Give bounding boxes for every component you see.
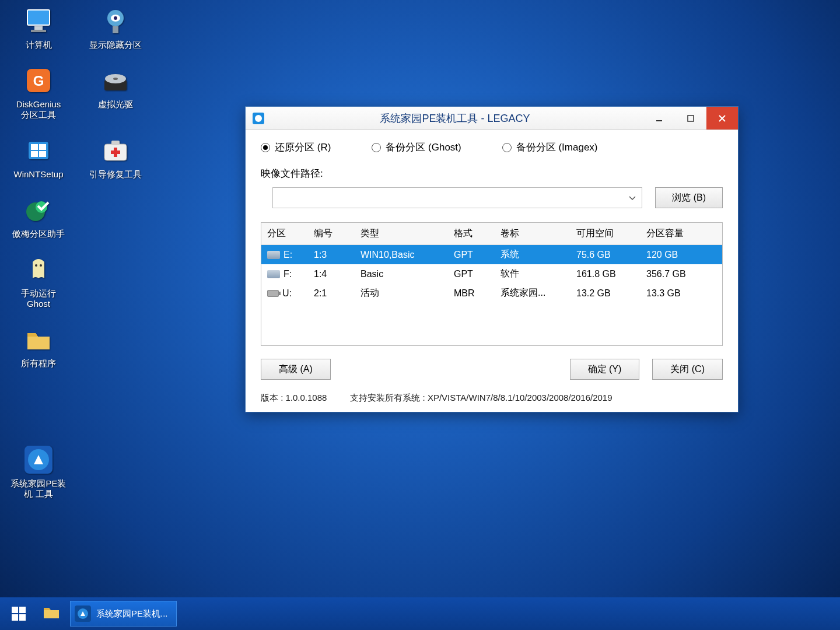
btn-label: 确定 (Y) <box>588 363 622 376</box>
btn-label: 高级 (A) <box>279 363 313 376</box>
icon-label: 显示隐藏分区 <box>89 40 142 50</box>
radio-label: 还原分区 (R) <box>275 141 331 154</box>
svg-point-23 <box>35 264 37 267</box>
cdrom-icon <box>99 64 132 97</box>
minimize-button[interactable] <box>643 107 675 130</box>
col-volume[interactable]: 卷标 <box>495 223 570 245</box>
desktop-icon-diskgenius[interactable]: G DiskGenius 分区工具 <box>7 64 70 120</box>
col-capacity[interactable]: 分区容量 <box>640 223 722 245</box>
aomei-icon <box>22 194 55 226</box>
svg-point-5 <box>114 16 117 20</box>
desktop-icon-bootrepair[interactable]: 引导修复工具 <box>84 134 147 180</box>
taskbar: 系统家园PE装机... <box>0 597 840 630</box>
ok-button[interactable]: 确定 (Y) <box>570 359 640 380</box>
svg-rect-0 <box>27 10 50 25</box>
svg-rect-20 <box>111 150 120 154</box>
desktop-icon-winntsetup[interactable]: WinNTSetup <box>7 134 70 180</box>
maximize-button[interactable] <box>675 107 706 130</box>
svg-point-28 <box>255 115 262 122</box>
icon-label: 计算机 <box>26 40 52 50</box>
svg-rect-14 <box>39 144 46 150</box>
chevron-down-icon <box>629 192 636 203</box>
col-number[interactable]: 编号 <box>308 223 355 245</box>
icon-label: 系统家园PE装 机 工具 <box>10 478 66 499</box>
svg-rect-6 <box>113 26 118 33</box>
partition-row[interactable]: F:1:4BasicGPT软件161.8 GB356.7 GB <box>261 264 722 284</box>
radio-backup-imagex[interactable]: 备份分区 (Imagex) <box>502 141 598 154</box>
desktop-icon-computer[interactable]: 计算机 <box>7 5 70 50</box>
col-free[interactable]: 可用空间 <box>570 223 640 245</box>
usb-drive-icon <box>267 290 279 297</box>
col-format[interactable]: 格式 <box>448 223 495 245</box>
svg-rect-13 <box>31 144 38 150</box>
hard-drive-icon <box>267 270 280 278</box>
pe-installer-window: 系统家园PE装机工具 - LEGACY 还原分区 (R) 备份分区 (Ghost… <box>245 106 738 412</box>
icon-label: 虚拟光驱 <box>98 99 133 110</box>
taskbar-explorer-button[interactable] <box>36 601 66 626</box>
folder-icon <box>22 323 55 356</box>
icon-label: DiskGenius 分区工具 <box>16 99 61 120</box>
desktop-icon-ghost[interactable]: 手动运行 Ghost <box>7 253 70 309</box>
diskgenius-icon: G <box>22 64 55 97</box>
icon-label: 手动运行 Ghost <box>21 288 56 309</box>
advanced-button[interactable]: 高级 (A) <box>261 359 331 380</box>
svg-rect-2 <box>31 30 46 32</box>
svg-point-24 <box>40 264 42 267</box>
close-action-button[interactable]: 关闭 (C) <box>652 359 723 380</box>
pe-installer-icon <box>74 605 92 622</box>
desktop-icon-pe-installer[interactable]: 系统家园PE装 机 工具 <box>7 443 70 499</box>
radio-backup-ghost[interactable]: 备份分区 (Ghost) <box>372 141 461 154</box>
windows-logo-icon <box>10 606 27 622</box>
partition-row[interactable]: U:2:1活动MBR系统家园...13.2 GB13.3 GB <box>261 284 722 303</box>
svg-rect-36 <box>19 614 26 621</box>
first-aid-icon <box>99 134 132 167</box>
computer-icon <box>22 5 55 37</box>
mode-radio-group: 还原分区 (R) 备份分区 (Ghost) 备份分区 (Imagex) <box>261 141 723 154</box>
radio-restore-partition[interactable]: 还原分区 (R) <box>261 141 331 154</box>
svg-rect-30 <box>688 116 694 121</box>
radio-dot-icon <box>261 143 270 152</box>
version-label: 版本 : 1.0.0.1088 <box>261 393 327 404</box>
hard-drive-icon <box>267 251 280 259</box>
ghost-icon <box>22 253 55 286</box>
close-button[interactable] <box>706 107 738 130</box>
icon-label: 所有程序 <box>21 358 56 369</box>
svg-rect-16 <box>39 151 46 157</box>
start-button[interactable] <box>5 601 33 626</box>
icon-label: 傲梅分区助手 <box>12 229 65 239</box>
col-type[interactable]: 类型 <box>355 223 448 245</box>
partition-table: 分区 编号 类型 格式 卷标 可用空间 分区容量 E:1:3WIN10,Basi… <box>261 222 723 346</box>
svg-rect-33 <box>12 607 18 613</box>
taskbar-app-pe-installer[interactable]: 系统家园PE装机... <box>70 601 177 626</box>
svg-rect-18 <box>111 141 120 145</box>
desktop-icons: 计算机 显示隐藏分区 G DiskGenius 分区工具 虚拟光驱 <box>7 5 159 369</box>
col-partition[interactable]: 分区 <box>261 223 308 245</box>
btn-label: 关闭 (C) <box>670 363 705 376</box>
radio-label: 备份分区 (Imagex) <box>516 141 598 154</box>
radio-dot-icon <box>372 143 381 152</box>
app-icon <box>250 110 267 127</box>
svg-rect-35 <box>12 614 18 621</box>
radio-dot-icon <box>502 143 512 152</box>
icon-label: WinNTSetup <box>13 169 63 180</box>
taskbar-app-label: 系统家园PE装机... <box>96 608 168 620</box>
desktop-icon-aomei[interactable]: 傲梅分区助手 <box>7 194 70 239</box>
svg-rect-1 <box>34 26 43 30</box>
desktop-icon-show-hidden-partition[interactable]: 显示隐藏分区 <box>84 5 147 50</box>
icon-label: 引导修复工具 <box>89 169 142 180</box>
desktop-icon-all-programs[interactable]: 所有程序 <box>7 323 70 369</box>
btn-label: 浏览 (B) <box>672 192 706 204</box>
folder-icon <box>42 603 61 624</box>
svg-rect-15 <box>31 151 38 157</box>
supported-systems-label: 支持安装所有系统 : XP/VISTA/WIN7/8/8.1/10/2003/2… <box>350 393 723 404</box>
svg-rect-34 <box>19 607 26 613</box>
partition-row[interactable]: E:1:3WIN10,BasicGPT系统75.6 GB120 GB <box>261 245 722 265</box>
image-path-combo[interactable] <box>272 187 642 208</box>
browse-button[interactable]: 浏览 (B) <box>655 187 723 208</box>
partition-eye-icon <box>99 5 132 37</box>
pe-installer-icon <box>22 443 55 476</box>
window-titlebar[interactable]: 系统家园PE装机工具 - LEGACY <box>246 107 738 130</box>
desktop-icon-virtual-cdrom[interactable]: 虚拟光驱 <box>84 64 147 120</box>
image-path-label: 映像文件路径: <box>261 167 323 180</box>
svg-point-11 <box>113 78 118 80</box>
